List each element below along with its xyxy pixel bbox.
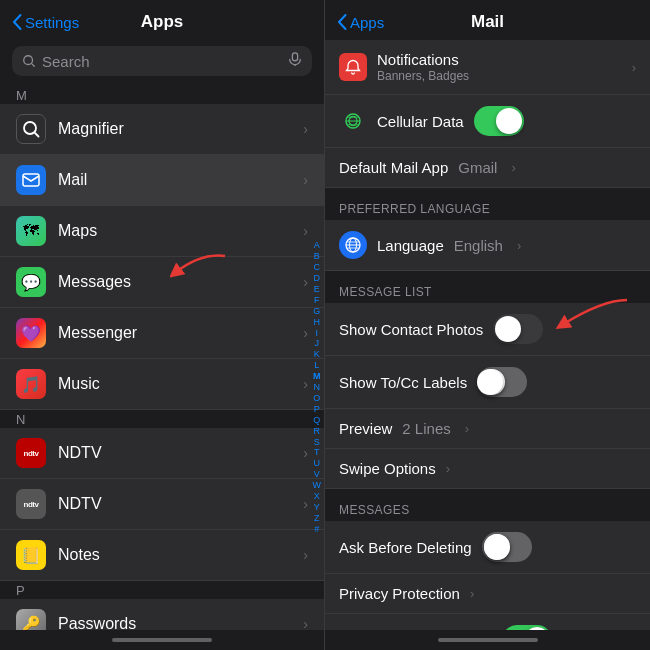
right-nav-title: Mail: [471, 12, 504, 32]
passwords-chevron: ›: [303, 616, 308, 630]
default-mail-value: Gmail: [458, 159, 497, 176]
home-bar: [112, 638, 212, 642]
preview-item[interactable]: Preview 2 Lines ›: [325, 409, 650, 449]
red-arrow-mail: [170, 251, 230, 285]
apps-back-button[interactable]: Apps: [337, 14, 384, 31]
swipe-options-chevron: ›: [446, 461, 450, 476]
search-bar: Search: [0, 40, 324, 86]
passwords-label: Passwords: [58, 615, 291, 630]
list-item-notes[interactable]: 📒 Notes ›: [0, 530, 324, 581]
preview-chevron: ›: [465, 421, 469, 436]
messenger-label: Messenger: [58, 324, 291, 342]
messages-icon: 💬: [16, 267, 46, 297]
messenger-chevron: ›: [303, 325, 308, 341]
list-item-maps[interactable]: 🗺 Maps ›: [0, 206, 324, 257]
alphabet-index[interactable]: A B C D E F G H I J K L M N O P Q R S T …: [310, 206, 325, 570]
ndtv1-icon: ndtv: [16, 438, 46, 468]
notifications-chevron: ›: [632, 60, 636, 75]
follow-up-item[interactable]: Follow Up Suggestions: [325, 614, 650, 630]
language-chevron: ›: [517, 238, 521, 253]
language-value: English: [454, 237, 503, 254]
music-icon: 🎵: [16, 369, 46, 399]
right-home-bar: [438, 638, 538, 642]
cellular-label: Cellular Data: [377, 113, 464, 130]
svg-point-3: [24, 122, 36, 134]
cellular-toggle[interactable]: [474, 106, 524, 136]
default-mail-label: Default Mail App: [339, 159, 448, 176]
show-contact-photos-toggle[interactable]: [493, 314, 543, 344]
back-label: Settings: [25, 14, 79, 31]
notes-icon: 📒: [16, 540, 46, 570]
list-item-passwords[interactable]: 🔑 Passwords ›: [0, 599, 324, 630]
show-contact-photos-label: Show Contact Photos: [339, 321, 483, 338]
list-item-music[interactable]: 🎵 Music ›: [0, 359, 324, 410]
privacy-protection-chevron: ›: [470, 586, 474, 601]
swipe-options-item[interactable]: Swipe Options ›: [325, 449, 650, 489]
ndtv2-chevron: ›: [303, 496, 308, 512]
ask-before-deleting-item[interactable]: Ask Before Deleting: [325, 521, 650, 574]
language-item[interactable]: Language English ›: [325, 220, 650, 271]
list-item-ndtv1[interactable]: ndtv NDTV ›: [0, 428, 324, 479]
right-content: Notifications Banners, Badges › Cellular…: [325, 40, 650, 630]
magnifier-chevron: ›: [303, 121, 308, 137]
list-item-ndtv2[interactable]: ndtv NDTV ›: [0, 479, 324, 530]
list-item-mail[interactable]: Mail ›: [0, 155, 324, 206]
music-label: Music: [58, 375, 291, 393]
list-item-messenger[interactable]: 💜 Messenger ›: [0, 308, 324, 359]
left-nav-bar: Settings Apps: [0, 0, 324, 40]
passwords-icon: 🔑: [16, 609, 46, 630]
preview-value: 2 Lines: [402, 420, 450, 437]
notes-chevron: ›: [303, 547, 308, 563]
left-home-indicator: [0, 630, 324, 650]
notifications-sub: Banners, Badges: [377, 69, 622, 83]
preview-label: Preview: [339, 420, 392, 437]
show-contact-photos-item[interactable]: Show Contact Photos: [325, 303, 650, 356]
svg-rect-1: [292, 53, 297, 61]
pref-lang-header: PREFERRED LANGUAGE: [325, 188, 650, 220]
maps-chevron: ›: [303, 223, 308, 239]
ask-before-deleting-toggle[interactable]: [482, 532, 532, 562]
mail-icon: [16, 165, 46, 195]
notifications-label: Notifications: [377, 51, 622, 68]
apps-list: M Magnifier › Mail › 🗺: [0, 86, 324, 630]
settings-back-button[interactable]: Settings: [12, 14, 79, 31]
show-to-cc-label: Show To/Cc Labels: [339, 374, 467, 391]
mail-chevron: ›: [303, 172, 308, 188]
mic-icon: [288, 52, 302, 70]
cellular-item[interactable]: Cellular Data: [325, 95, 650, 148]
language-label: Language: [377, 237, 444, 254]
language-icon: [339, 231, 367, 259]
search-icon: [22, 54, 36, 68]
ndtv2-label: NDTV: [58, 495, 291, 513]
list-item-messages[interactable]: 💬 Messages ›: [0, 257, 324, 308]
music-chevron: ›: [303, 376, 308, 392]
follow-up-toggle[interactable]: [502, 625, 552, 630]
list-item-magnifier[interactable]: Magnifier ›: [0, 104, 324, 155]
cellular-icon: [339, 107, 367, 135]
left-panel: Settings Apps Search: [0, 0, 325, 650]
notifications-item[interactable]: Notifications Banners, Badges ›: [325, 40, 650, 95]
left-nav-title: Apps: [141, 12, 184, 32]
privacy-protection-label: Privacy Protection: [339, 585, 460, 602]
notes-label: Notes: [58, 546, 291, 564]
search-input-wrap[interactable]: Search: [12, 46, 312, 76]
messages-header: MESSAGES: [325, 489, 650, 521]
ask-before-deleting-label: Ask Before Deleting: [339, 539, 472, 556]
ndtv1-label: NDTV: [58, 444, 291, 462]
right-home-indicator: [325, 630, 650, 650]
magnifier-icon: [16, 114, 46, 144]
svg-rect-4: [23, 174, 39, 186]
show-to-cc-toggle[interactable]: [477, 367, 527, 397]
default-mail-chevron: ›: [511, 160, 515, 175]
notifications-icon: [339, 53, 367, 81]
ndtv2-icon: ndtv: [16, 489, 46, 519]
privacy-protection-item[interactable]: Privacy Protection ›: [325, 574, 650, 614]
search-placeholder: Search: [42, 53, 282, 70]
swipe-options-label: Swipe Options: [339, 460, 436, 477]
show-to-cc-item[interactable]: Show To/Cc Labels: [325, 356, 650, 409]
right-panel: Apps Mail Notifications Banners, Badges …: [325, 0, 650, 650]
default-mail-item[interactable]: Default Mail App Gmail ›: [325, 148, 650, 188]
messenger-icon: 💜: [16, 318, 46, 348]
mail-label: Mail: [58, 171, 291, 189]
ndtv1-chevron: ›: [303, 445, 308, 461]
